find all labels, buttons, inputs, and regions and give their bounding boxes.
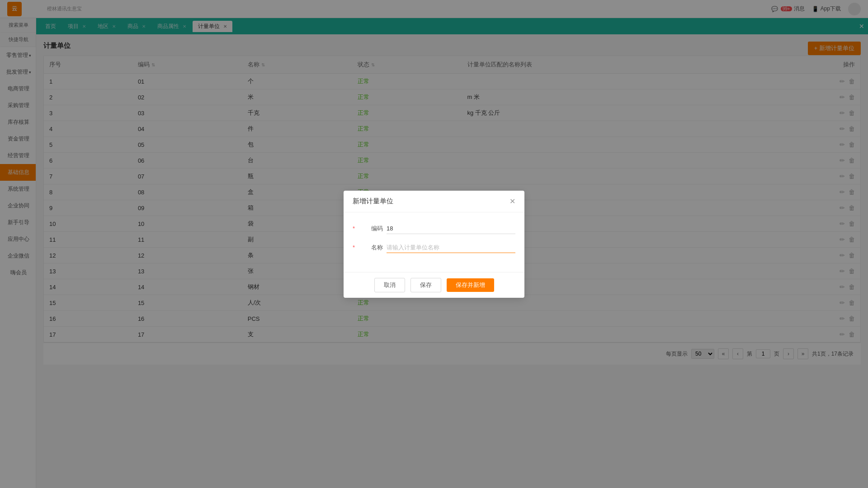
- add-unit-dialog: 新增计量单位 ✕ * 编码 * 名称 取消 保存 保存并新增: [344, 191, 524, 298]
- name-input[interactable]: [387, 242, 515, 253]
- dialog-footer: 取消 保存 保存并新增: [344, 272, 524, 298]
- code-label: 编码: [356, 225, 383, 233]
- dialog-close-button[interactable]: ✕: [509, 197, 515, 206]
- dialog-body: * 编码 * 名称: [344, 212, 524, 272]
- cancel-button[interactable]: 取消: [374, 278, 405, 292]
- form-row-name: * 名称: [353, 242, 515, 253]
- code-required-mark: *: [353, 225, 355, 232]
- name-label: 名称: [356, 244, 383, 252]
- save-button[interactable]: 保存: [410, 278, 441, 292]
- form-row-code: * 编码: [353, 223, 515, 234]
- code-input[interactable]: [387, 223, 515, 234]
- save-and-new-button[interactable]: 保存并新增: [447, 278, 494, 292]
- name-required-mark: *: [353, 244, 355, 251]
- dialog-header: 新增计量单位 ✕: [344, 191, 524, 212]
- dialog-overlay: 新增计量单位 ✕ * 编码 * 名称 取消 保存 保存并新增: [0, 0, 868, 488]
- dialog-title: 新增计量单位: [353, 197, 393, 206]
